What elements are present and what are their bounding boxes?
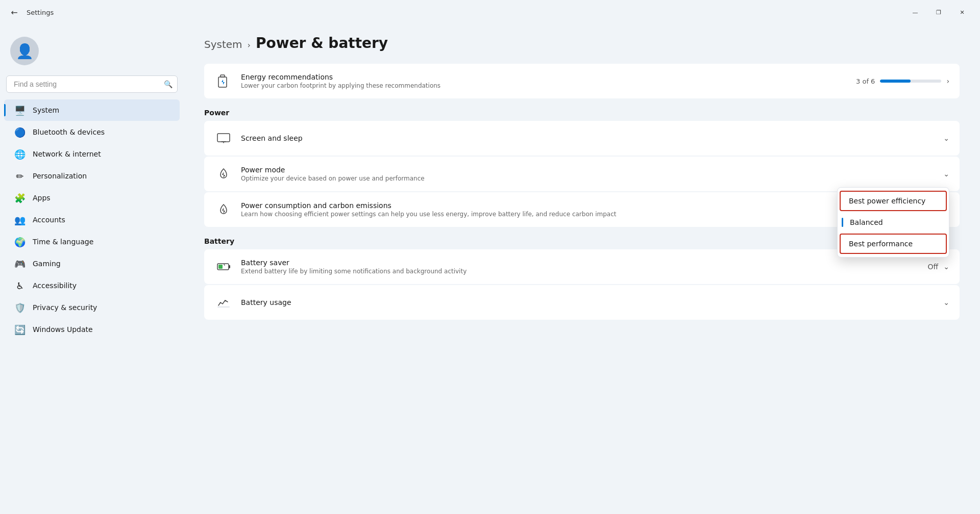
svg-rect-6 xyxy=(217,306,230,307)
power-consumption-subtitle: Learn how choosing efficient power setti… xyxy=(241,211,937,218)
screen-sleep-title: Screen and sleep xyxy=(241,134,935,142)
sidebar-item-time[interactable]: 🌍 Time & language xyxy=(4,231,180,252)
dropdown-item-performance[interactable]: Best performance xyxy=(840,234,947,254)
main-content: System › Power & battery Energy recommen… xyxy=(184,24,980,514)
sidebar-item-label: System xyxy=(33,106,59,114)
screen-sleep-card: Screen and sleep ⌄ xyxy=(204,121,960,156)
chevron-down-icon: ⌄ xyxy=(943,263,949,271)
chevron-down-icon: ⌄ xyxy=(943,170,949,178)
app-title: Settings xyxy=(27,9,54,16)
sidebar-item-label: Bluetooth & devices xyxy=(33,128,105,136)
accounts-icon: 👥 xyxy=(14,214,26,225)
accessibility-icon: ♿ xyxy=(14,280,26,291)
sidebar-item-system[interactable]: 🖥️ System xyxy=(4,99,180,121)
maximize-button[interactable]: ❐ xyxy=(927,4,950,20)
search-container: 🔍 xyxy=(6,75,178,93)
sidebar-item-label: Network & internet xyxy=(33,150,101,158)
progress-text: 3 of 6 xyxy=(856,78,875,85)
sidebar-item-label: Time & language xyxy=(33,238,93,246)
power-consumption-title: Power consumption and carbon emissions xyxy=(241,201,937,210)
battery-saver-text: Battery saver Extend battery life by lim… xyxy=(241,259,920,275)
sidebar-item-label: Windows Update xyxy=(33,325,93,333)
battery-usage-text: Battery usage xyxy=(241,298,935,306)
power-section-label: Power xyxy=(204,109,960,117)
battery-saver-action: Off ⌄ xyxy=(928,263,949,271)
screen-sleep-row[interactable]: Screen and sleep ⌄ xyxy=(204,121,960,156)
dropdown-item-balanced[interactable]: Balanced xyxy=(838,212,949,233)
sidebar-item-gaming[interactable]: 🎮 Gaming xyxy=(4,253,180,274)
progress-fill xyxy=(880,80,911,83)
app-body: 👤 🔍 🖥️ System 🔵 Bluetooth & devices 🌐 Ne… xyxy=(0,24,980,514)
apps-icon: 🧩 xyxy=(14,192,26,203)
power-consumption-text: Power consumption and carbon emissions L… xyxy=(241,201,937,218)
back-button[interactable]: ← xyxy=(6,4,22,20)
window-controls: — ❐ ✕ xyxy=(903,4,974,20)
energy-recommendations-card: Energy recommendations Lower your carbon… xyxy=(204,64,960,98)
avatar: 👤 xyxy=(10,37,39,65)
svg-rect-2 xyxy=(217,134,230,142)
sidebar-item-update[interactable]: 🔄 Windows Update xyxy=(4,319,180,340)
minimize-button[interactable]: — xyxy=(903,4,927,20)
privacy-icon: 🛡️ xyxy=(14,302,26,313)
sidebar-item-personalization[interactable]: ✏️ Personalization xyxy=(4,165,180,187)
energy-subtitle: Lower your carbon footprint by applying … xyxy=(241,82,848,89)
battery-saver-status: Off xyxy=(928,263,939,271)
gaming-icon: 🎮 xyxy=(14,258,26,269)
sidebar-item-label: Personalization xyxy=(33,172,87,180)
close-button[interactable]: ✕ xyxy=(950,4,974,20)
power-mode-subtitle: Optimize your device based on power use … xyxy=(241,175,935,182)
sidebar-item-network[interactable]: 🌐 Network & internet xyxy=(4,143,180,165)
sidebar-item-bluetooth[interactable]: 🔵 Bluetooth & devices xyxy=(4,121,180,143)
screen-sleep-action: ⌄ xyxy=(943,134,949,142)
update-icon: 🔄 xyxy=(14,324,26,335)
bluetooth-icon: 🔵 xyxy=(14,126,26,138)
power-mode-icon xyxy=(214,165,233,183)
sidebar-item-label: Privacy & security xyxy=(33,303,97,312)
sidebar-item-accounts[interactable]: 👥 Accounts xyxy=(4,209,180,230)
energy-text: Energy recommendations Lower your carbon… xyxy=(241,73,848,89)
time-icon: 🌍 xyxy=(14,236,26,247)
battery-usage-card: Battery usage ⌄ xyxy=(204,285,960,320)
battery-saver-subtitle: Extend battery life by limiting some not… xyxy=(241,268,920,275)
svg-rect-1 xyxy=(220,75,225,77)
page-title: Power & battery xyxy=(256,35,388,52)
chevron-down-icon: ⌄ xyxy=(943,134,949,142)
sidebar-item-label: Gaming xyxy=(33,260,61,268)
screen-sleep-text: Screen and sleep xyxy=(241,134,935,142)
battery-saver-icon xyxy=(214,258,233,276)
sidebar-item-label: Accessibility xyxy=(33,281,77,290)
titlebar: ← Settings — ❐ ✕ xyxy=(0,0,980,24)
sidebar: 👤 🔍 🖥️ System 🔵 Bluetooth & devices 🌐 Ne… xyxy=(0,24,184,514)
sidebar-user: 👤 xyxy=(0,31,184,75)
sidebar-item-label: Accounts xyxy=(33,216,65,224)
battery-usage-title: Battery usage xyxy=(241,298,935,306)
battery-saver-title: Battery saver xyxy=(241,259,920,267)
chevron-down-icon: ⌄ xyxy=(943,298,949,306)
power-mode-title: Power mode xyxy=(241,166,935,174)
power-consumption-icon xyxy=(214,200,233,219)
battery-usage-row[interactable]: Battery usage ⌄ xyxy=(204,285,960,320)
progress-bar xyxy=(880,80,941,83)
energy-recommendations-row[interactable]: Energy recommendations Lower your carbon… xyxy=(204,64,960,98)
network-icon: 🌐 xyxy=(14,148,26,160)
chevron-right-icon: › xyxy=(946,77,949,85)
breadcrumb-system[interactable]: System xyxy=(204,38,242,50)
search-input[interactable] xyxy=(6,75,178,93)
personalization-icon: ✏️ xyxy=(14,170,26,182)
svg-rect-5 xyxy=(218,265,223,269)
sidebar-item-privacy[interactable]: 🛡️ Privacy & security xyxy=(4,297,180,318)
power-mode-card: Power mode Optimize your device based on… xyxy=(204,157,960,191)
dropdown-item-efficiency[interactable]: Best power efficiency xyxy=(840,191,947,211)
sidebar-item-apps[interactable]: 🧩 Apps xyxy=(4,187,180,209)
energy-action: 3 of 6 › xyxy=(856,77,949,85)
power-mode-text: Power mode Optimize your device based on… xyxy=(241,166,935,182)
power-mode-dropdown: Best power efficiency Balanced Best perf… xyxy=(837,187,949,258)
progress-container: 3 of 6 xyxy=(856,78,941,85)
sidebar-item-label: Apps xyxy=(33,194,51,202)
sidebar-item-accessibility[interactable]: ♿ Accessibility xyxy=(4,275,180,296)
page-header: System › Power & battery xyxy=(204,35,960,52)
power-mode-row[interactable]: Power mode Optimize your device based on… xyxy=(204,157,960,191)
svg-rect-4 xyxy=(229,265,230,268)
battery-usage-action: ⌄ xyxy=(943,298,949,306)
power-mode-action: ⌄ xyxy=(943,170,949,178)
